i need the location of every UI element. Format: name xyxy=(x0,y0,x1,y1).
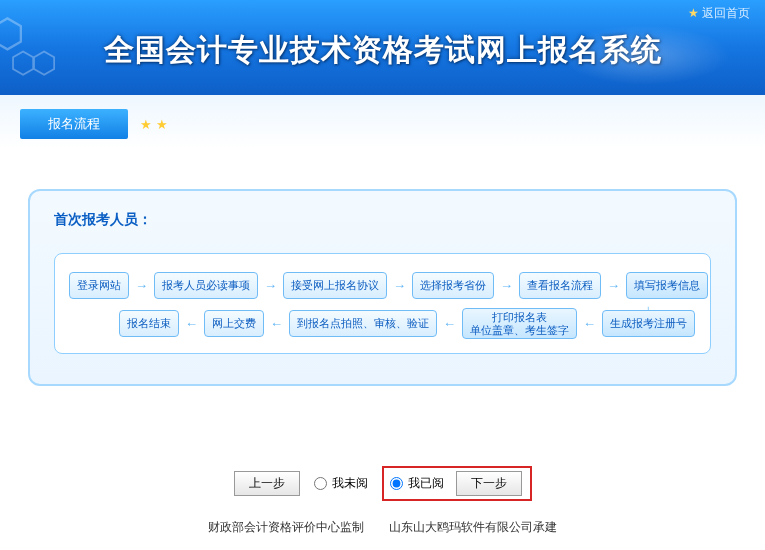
main-content: 报名流程 ★ ★ 首次报考人员： 登录网站 → 报考人员必读事项 → 接受网上报… xyxy=(0,95,765,540)
arrow-right-icon: → xyxy=(605,278,622,293)
radio-read-input[interactable] xyxy=(390,477,403,490)
decor-globe-icon xyxy=(545,20,745,90)
tab-registration-flow[interactable]: 报名流程 xyxy=(20,109,128,139)
footer-right: 山东山大鸥玛软件有限公司承建 xyxy=(389,520,557,534)
prev-button[interactable]: 上一步 xyxy=(234,471,300,496)
action-bar: 上一步 我未阅 我已阅 下一步 xyxy=(0,396,765,511)
arrow-left-icon: ← xyxy=(183,316,200,331)
step-pay-online: 网上交费 xyxy=(204,310,264,337)
step-photo-verify: 到报名点拍照、审核、验证 xyxy=(289,310,437,337)
step-print-form: 打印报名表单位盖章、考生签字 xyxy=(462,308,577,339)
arrow-left-icon: ← xyxy=(268,316,285,331)
next-button[interactable]: 下一步 xyxy=(456,471,522,496)
arrow-right-icon: → xyxy=(262,278,279,293)
star-icon: ★ ★ xyxy=(140,117,168,132)
arrow-left-icon: ← xyxy=(441,316,458,331)
highlight-box: 我已阅 下一步 xyxy=(382,466,532,501)
radio-read-label: 我已阅 xyxy=(408,475,444,492)
step-accept-agreement: 接受网上报名协议 xyxy=(283,272,387,299)
decor-hex-icon xyxy=(0,10,100,90)
arrow-right-icon: → xyxy=(391,278,408,293)
flow-row-2: 报名结束 ← 网上交费 ← 到报名点拍照、审核、验证 ← 打印报名表单位盖章、考… xyxy=(69,308,696,339)
step-login: 登录网站 xyxy=(69,272,129,299)
step-select-province: 选择报考省份 xyxy=(412,272,494,299)
radio-unread[interactable]: 我未阅 xyxy=(314,475,368,492)
footer-left: 财政部会计资格评价中心监制 xyxy=(208,520,364,534)
footer: 财政部会计资格评价中心监制 山东山大鸥玛软件有限公司承建 xyxy=(0,511,765,540)
step-view-flow: 查看报名流程 xyxy=(519,272,601,299)
radio-unread-input[interactable] xyxy=(314,477,327,490)
step-end: 报名结束 xyxy=(119,310,179,337)
home-link[interactable]: 返回首页 xyxy=(688,5,750,22)
flow-diagram: 登录网站 → 报考人员必读事项 → 接受网上报名协议 → 选择报考省份 → 查看… xyxy=(54,253,711,354)
arrow-right-icon: → xyxy=(133,278,150,293)
radio-read[interactable]: 我已阅 xyxy=(390,475,444,492)
flow-row-1: 登录网站 → 报考人员必读事项 → 接受网上报名协议 → 选择报考省份 → 查看… xyxy=(69,272,696,299)
header-banner: 返回首页 全国会计专业技术资格考试网上报名系统 xyxy=(0,0,765,95)
arrow-right-icon: → xyxy=(498,278,515,293)
step-fill-info: 填写报考信息 xyxy=(626,272,708,299)
section-label: 首次报考人员： xyxy=(54,211,711,229)
radio-unread-label: 我未阅 xyxy=(332,475,368,492)
content-frame: 首次报考人员： 登录网站 → 报考人员必读事项 → 接受网上报名协议 → 选择报… xyxy=(28,189,737,386)
tab-row: 报名流程 ★ ★ xyxy=(0,95,765,149)
step-read-notice: 报考人员必读事项 xyxy=(154,272,258,299)
step-generate-id: 生成报考注册号 xyxy=(602,310,695,337)
arrow-left-icon: ← xyxy=(581,316,598,331)
